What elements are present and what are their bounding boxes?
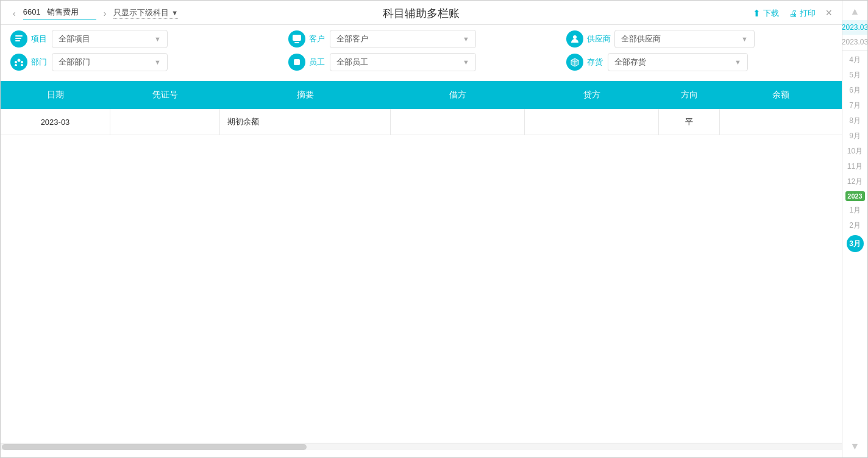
supplier-select-value: 全部供应商 xyxy=(621,33,661,44)
project-chevron-icon: ▼ xyxy=(154,35,161,43)
sidebar-month-9[interactable]: 9月 xyxy=(842,129,867,144)
sidebar-month-1[interactable]: 1月 xyxy=(842,203,867,218)
period-2023-03-second[interactable]: 2023.03 xyxy=(842,35,867,49)
sidebar-month-10[interactable]: 10月 xyxy=(842,144,867,159)
project-label: 项目 xyxy=(31,33,48,44)
inventory-select[interactable]: 全部存货 ▼ xyxy=(608,53,748,71)
supplier-label: 供应商 xyxy=(587,33,611,44)
prev-account-button[interactable]: ‹ xyxy=(10,7,18,19)
filter-row-1: 项目 全部项目 ▼ 客户 全部客户 ▼ xyxy=(10,30,832,48)
sidebar-down-button[interactable]: ▼ xyxy=(847,438,864,455)
project-select[interactable]: 全部项目 ▼ xyxy=(52,30,168,48)
col-credit: 贷方 xyxy=(525,81,659,109)
customer-chevron-icon: ▼ xyxy=(463,35,469,43)
cell-debit xyxy=(391,109,525,135)
horizontal-scrollbar[interactable] xyxy=(1,443,842,450)
svg-point-7 xyxy=(21,61,23,63)
sidebar-month-6[interactable]: 6月 xyxy=(842,83,867,98)
svg-rect-8 xyxy=(294,59,300,65)
main-window: ‹ 6601 销售费用 › 只显示下级科目 ▼ 科目辅助多栏账 ⬆ 下载 xyxy=(0,0,868,458)
project-icon xyxy=(10,30,27,48)
show-sub-label: 只显示下级科目 xyxy=(113,7,169,18)
col-debit: 借方 xyxy=(391,81,525,109)
print-icon: 🖨 xyxy=(789,9,797,18)
cell-balance xyxy=(720,109,842,135)
sidebar-divider xyxy=(842,51,867,51)
sidebar-month-12[interactable]: 12月 xyxy=(842,174,867,189)
data-table: 日期 凭证号 摘要 借方 贷方 方向 余额 2023-03 期初余额 平 xyxy=(1,81,842,135)
customer-icon xyxy=(288,30,305,48)
header-right-actions: ⬆ 下载 🖨 打印 × xyxy=(753,7,832,19)
filter-area: 项目 全部项目 ▼ 客户 全部客户 ▼ xyxy=(1,25,842,81)
department-filter-group: 部门 全部部门 ▼ xyxy=(10,53,276,71)
cell-credit xyxy=(525,109,659,135)
inventory-label: 存货 xyxy=(587,57,604,68)
top-bar: ‹ 6601 销售费用 › 只显示下级科目 ▼ 科目辅助多栏账 ⬆ 下载 xyxy=(1,1,842,25)
download-label: 下载 xyxy=(763,8,779,19)
project-select-value: 全部项目 xyxy=(59,33,90,44)
svg-point-5 xyxy=(18,59,21,62)
department-select-value: 全部部门 xyxy=(59,57,90,68)
main-content-area: ‹ 6601 销售费用 › 只显示下级科目 ▼ 科目辅助多栏账 ⬆ 下载 xyxy=(1,1,842,450)
employee-icon xyxy=(288,54,305,71)
svg-rect-2 xyxy=(15,40,20,41)
account-code-label: 6601 销售费用 xyxy=(23,7,96,19)
sidebar-month-11[interactable]: 11月 xyxy=(842,159,867,174)
close-button[interactable]: × xyxy=(825,7,832,19)
col-summary: 摘要 xyxy=(220,81,391,109)
employee-chevron-icon: ▼ xyxy=(463,58,469,66)
col-date: 日期 xyxy=(1,81,110,109)
cell-direction: 平 xyxy=(659,109,720,135)
cell-date: 2023-03 xyxy=(1,109,110,135)
svg-point-4 xyxy=(573,35,577,39)
supplier-icon xyxy=(566,30,583,48)
cell-summary: 期初余额 xyxy=(220,109,391,135)
svg-point-6 xyxy=(15,61,17,63)
page-title: 科目辅助多栏账 xyxy=(383,6,460,21)
top-bar-left: ‹ 6601 销售费用 › 只显示下级科目 ▼ xyxy=(10,7,178,19)
employee-select[interactable]: 全部员工 ▼ xyxy=(330,53,476,71)
account-code: 6601 xyxy=(23,7,41,16)
supplier-select[interactable]: 全部供应商 ▼ xyxy=(614,30,755,48)
project-filter-group: 项目 全部项目 ▼ xyxy=(10,30,276,48)
sidebar-month-2[interactable]: 2月 xyxy=(842,218,867,233)
supplier-filter-group: 供应商 全部供应商 ▼ xyxy=(566,30,832,48)
print-button[interactable]: 🖨 打印 xyxy=(789,8,816,19)
table-row: 2023-03 期初余额 平 xyxy=(1,109,842,135)
svg-rect-0 xyxy=(15,35,23,37)
employee-select-value: 全部员工 xyxy=(336,57,368,68)
inventory-filter-group: 存货 全部存货 ▼ xyxy=(566,53,832,71)
period-2023-03-first[interactable]: 2023.03 xyxy=(842,20,867,35)
sidebar-month-3-active[interactable]: 3月 xyxy=(847,235,864,252)
employee-filter-group: 员工 全部员工 ▼ xyxy=(288,53,554,71)
supplier-chevron-icon: ▼ xyxy=(741,35,748,43)
sidebar-year-2023[interactable]: 2023 xyxy=(845,191,865,201)
svg-rect-1 xyxy=(15,38,21,39)
scrollbar-thumb xyxy=(2,444,307,450)
col-voucher: 凭证号 xyxy=(110,81,220,109)
download-icon: ⬆ xyxy=(753,8,761,19)
department-icon xyxy=(10,54,27,71)
next-account-button[interactable]: › xyxy=(101,7,109,19)
inventory-select-value: 全部存货 xyxy=(614,57,646,68)
period-sidebar: ▲ 2023.03 2023.03 4月 5月 6月 7月 8月 9月 10月 … xyxy=(842,1,867,457)
filter-row-2: 部门 全部部门 ▼ 员工 全部员工 ▼ xyxy=(10,53,832,71)
account-name: 销售费用 xyxy=(47,7,79,16)
department-select[interactable]: 全部部门 ▼ xyxy=(52,53,168,71)
customer-select-value: 全部客户 xyxy=(336,33,368,44)
col-direction: 方向 xyxy=(659,81,720,109)
sidebar-month-7[interactable]: 7月 xyxy=(842,98,867,113)
sidebar-up-button[interactable]: ▲ xyxy=(847,3,864,20)
col-balance: 余额 xyxy=(720,81,842,109)
employee-label: 员工 xyxy=(309,57,326,68)
sidebar-month-8[interactable]: 8月 xyxy=(842,113,867,129)
show-sub-dropdown[interactable]: 只显示下级科目 ▼ xyxy=(113,7,178,19)
download-button[interactable]: ⬆ 下载 xyxy=(753,8,779,19)
customer-filter-group: 客户 全部客户 ▼ xyxy=(288,30,554,48)
customer-select[interactable]: 全部客户 ▼ xyxy=(330,30,476,48)
svg-rect-3 xyxy=(293,35,301,41)
inventory-icon xyxy=(566,54,583,71)
customer-label: 客户 xyxy=(309,33,326,44)
sidebar-month-5[interactable]: 5月 xyxy=(842,68,867,83)
sidebar-month-4[interactable]: 4月 xyxy=(842,52,867,68)
